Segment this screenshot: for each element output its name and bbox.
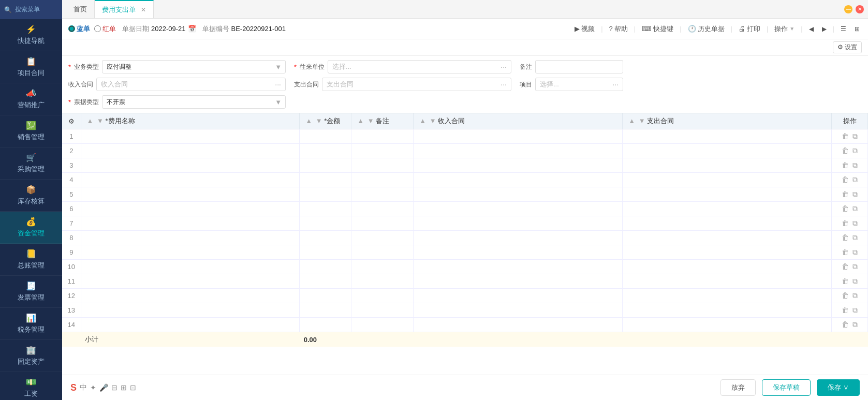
row-delete-2[interactable]: 🗑 (842, 146, 849, 155)
row-copy-2[interactable]: ⧉ (852, 146, 858, 155)
ec-sort-up[interactable]: ▲ (628, 117, 635, 125)
row-delete-14[interactable]: 🗑 (842, 320, 849, 329)
sort-up-icon[interactable]: ▲ (87, 117, 94, 125)
row-expense-name-2[interactable] (81, 144, 300, 158)
sidebar-item-fixed-assets[interactable]: 🏢 固定资产 (0, 340, 62, 372)
row-expense-name-12[interactable] (81, 289, 300, 303)
row-expense-contract-13[interactable] (623, 303, 832, 318)
bottom-icon-6[interactable]: ⊡ (130, 383, 136, 392)
tab-home[interactable]: 首页 (66, 0, 95, 18)
sidebar-item-payroll[interactable]: 💵 工资 (0, 372, 62, 400)
counterpart-input[interactable]: 选择... ··· (328, 60, 511, 73)
row-expense-contract-11[interactable] (623, 274, 832, 289)
income-contract-input[interactable]: 收入合同 ··· (96, 78, 286, 91)
window-minimize-btn[interactable]: — (844, 5, 852, 13)
row-note-5[interactable] (351, 187, 414, 202)
tab-expense-close[interactable]: ✕ (141, 6, 146, 13)
row-delete-11[interactable]: 🗑 (842, 277, 849, 285)
row-copy-3[interactable]: ⧉ (852, 161, 858, 169)
row-delete-10[interactable]: 🗑 (842, 262, 849, 271)
row-expense-name-14[interactable] (81, 318, 300, 332)
bottom-icon-2[interactable]: ✦ (90, 383, 96, 392)
row-expense-name-1[interactable] (81, 129, 300, 144)
sidebar-item-tax[interactable]: 📊 税务管理 (0, 308, 62, 340)
row-delete-1[interactable]: 🗑 (842, 132, 849, 140)
project-input[interactable]: 选择... ··· (535, 78, 623, 91)
row-expense-name-8[interactable] (81, 231, 300, 245)
ec-sort-down[interactable]: ▼ (639, 117, 645, 125)
row-copy-7[interactable]: ⧉ (852, 219, 858, 227)
bottom-icon-5[interactable]: ⊞ (121, 383, 127, 392)
row-amount-1[interactable] (300, 129, 351, 144)
expense-contract-dots[interactable]: ··· (501, 80, 507, 88)
help-btn[interactable]: ? 帮助 (607, 23, 630, 35)
row-amount-7[interactable] (300, 216, 351, 231)
amount-sort-down[interactable]: ▼ (316, 117, 322, 125)
row-expense-contract-4[interactable] (623, 173, 832, 187)
tab-expense[interactable]: 费用支出单 ✕ (95, 0, 154, 18)
row-note-12[interactable] (351, 289, 414, 303)
row-expense-contract-7[interactable] (623, 216, 832, 231)
row-amount-4[interactable] (300, 173, 351, 187)
row-income-contract-12[interactable] (414, 289, 623, 303)
row-note-8[interactable] (351, 231, 414, 245)
row-delete-6[interactable]: 🗑 (842, 204, 849, 213)
row-amount-2[interactable] (300, 144, 351, 158)
row-income-contract-6[interactable] (414, 202, 623, 216)
row-expense-name-13[interactable] (81, 303, 300, 318)
row-delete-8[interactable]: 🗑 (842, 233, 849, 242)
settings-btn[interactable]: ⚙ 设置 (833, 41, 862, 53)
row-amount-14[interactable] (300, 318, 351, 332)
note-input[interactable] (535, 60, 623, 73)
row-amount-13[interactable] (300, 303, 351, 318)
row-note-4[interactable] (351, 173, 414, 187)
nav-next-btn[interactable]: ▶ (820, 24, 829, 34)
project-dots[interactable]: ··· (612, 80, 619, 88)
expense-contract-input[interactable]: 支出合同 ··· (322, 78, 511, 91)
nav-prev-btn[interactable]: ◀ (807, 24, 816, 34)
row-income-contract-8[interactable] (414, 231, 623, 245)
row-income-contract-13[interactable] (414, 303, 623, 318)
row-note-11[interactable] (351, 274, 414, 289)
row-income-contract-2[interactable] (414, 144, 623, 158)
row-expense-name-6[interactable] (81, 202, 300, 216)
history-btn[interactable]: 🕐 历史单据 (686, 23, 727, 35)
sidebar-item-inventory[interactable]: 📦 库存核算 (0, 180, 62, 212)
amount-sort-up[interactable]: ▲ (305, 117, 312, 125)
row-note-13[interactable] (351, 303, 414, 318)
window-close-btn[interactable]: ✕ (856, 5, 864, 13)
more-btn[interactable]: 操作 ▼ (772, 23, 797, 35)
bottom-icon-3[interactable]: 🎤 (99, 383, 108, 392)
red-bill-radio[interactable]: 红单 (94, 24, 116, 34)
row-amount-8[interactable] (300, 231, 351, 245)
row-note-14[interactable] (351, 318, 414, 332)
invoice-type-select[interactable]: 不开票 (102, 95, 286, 109)
row-income-contract-10[interactable] (414, 260, 623, 274)
row-amount-6[interactable] (300, 202, 351, 216)
save-draft-button[interactable]: 保存草稿 (762, 379, 811, 396)
row-note-2[interactable] (351, 144, 414, 158)
row-income-contract-11[interactable] (414, 274, 623, 289)
row-delete-4[interactable]: 🗑 (842, 175, 849, 184)
row-expense-contract-8[interactable] (623, 231, 832, 245)
row-copy-6[interactable]: ⧉ (852, 204, 858, 213)
row-note-9[interactable] (351, 245, 414, 260)
row-amount-3[interactable] (300, 158, 351, 173)
row-copy-5[interactable]: ⧉ (852, 190, 858, 198)
sidebar-item-sales[interactable]: 💹 销售管理 (0, 115, 62, 147)
sidebar-item-purchase[interactable]: 🛒 采购管理 (0, 147, 62, 180)
note-sort-up[interactable]: ▲ (357, 117, 364, 125)
note-sort-down[interactable]: ▼ (367, 117, 374, 125)
sidebar-item-quick-nav[interactable]: ⚡ 快捷导航 (0, 19, 62, 51)
video-btn[interactable]: ▶ 视频 (572, 23, 597, 35)
row-delete-9[interactable]: 🗑 (842, 248, 849, 256)
row-copy-9[interactable]: ⧉ (852, 248, 858, 256)
row-income-contract-1[interactable] (414, 129, 623, 144)
row-expense-name-10[interactable] (81, 260, 300, 274)
row-income-contract-9[interactable] (414, 245, 623, 260)
blue-bill-radio[interactable]: 蓝单 (68, 24, 90, 34)
business-type-select[interactable]: 应付调整 (102, 60, 286, 73)
row-income-contract-5[interactable] (414, 187, 623, 202)
row-expense-contract-14[interactable] (623, 318, 832, 332)
counterpart-dots[interactable]: ··· (501, 63, 507, 71)
